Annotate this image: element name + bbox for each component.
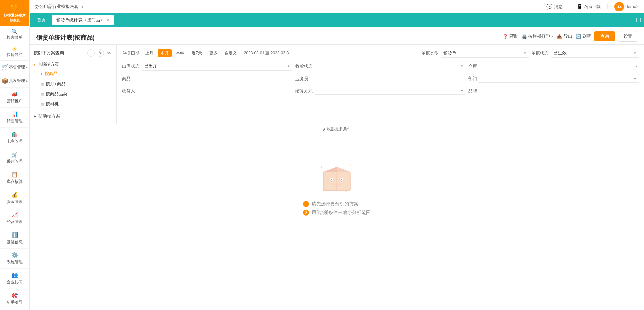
tab-sales-stats[interactable]: 销货单统计表（按商品） ×	[52, 15, 114, 25]
brand-input[interactable]	[478, 87, 633, 95]
scheme-add-btn[interactable]: +	[87, 49, 95, 57]
staff-input[interactable]	[310, 75, 460, 83]
receipt-status-arrow: ▾	[461, 64, 463, 68]
scheme-panel: 按以下方案查询 + ✎ ≪ ▾ 电脑端方案	[30, 45, 117, 124]
warehouse-label: 仓库	[468, 63, 478, 69]
sidebar-item-sales[interactable]: 📊 销售管理	[0, 108, 29, 128]
sidebar-item-marketing[interactable]: 📣 营销推广	[0, 88, 29, 108]
collapse-icon: ∧	[323, 127, 326, 132]
tab-home[interactable]: 首页	[32, 15, 50, 25]
dept-field: 部门 ▾	[468, 75, 639, 83]
sidebar-item-wholesale[interactable]: 📦 批发管理 ▴	[0, 74, 29, 88]
industry-dropdown-arrow[interactable]: ▾	[81, 4, 84, 9]
doc-type-field: 单据类型 销货单 ▾	[421, 49, 529, 58]
scheme-item-2[interactable]: ▤ 按商品品类	[30, 89, 116, 99]
query-btn[interactable]: 查询	[594, 31, 615, 41]
date-more-btn[interactable]: 更多	[206, 49, 220, 57]
app-download-icon: 📱	[577, 4, 583, 10]
divider2	[607, 4, 608, 9]
staff-more-btn[interactable]: ···	[461, 76, 466, 82]
svg-marker-3	[323, 167, 337, 172]
tab-minimize-btn[interactable]	[628, 17, 633, 23]
sidebar-item-basic-info[interactable]: ℹ️ 基础信息	[0, 228, 29, 249]
doc-status-dropdown[interactable]: 已生效 ▾	[551, 49, 639, 58]
date-custom-btn[interactable]: 自定义	[222, 49, 240, 57]
divider1	[570, 4, 570, 9]
goods-more-btn[interactable]: ···	[288, 76, 292, 82]
app-logo[interactable]: 🧡 畅捷通好生意 标准版	[0, 0, 29, 26]
date-year-btn[interactable]: 本年	[173, 49, 187, 57]
sidebar-item-inventory[interactable]: 📋 库存核算	[0, 168, 29, 188]
marketing-icon: 📣	[11, 91, 18, 97]
doc-type-dropdown[interactable]: 销货单 ▾	[441, 49, 529, 58]
goods-input[interactable]	[132, 75, 287, 83]
scheme-edit-btn[interactable]: ✎	[97, 49, 104, 57]
scheme-icons: + ✎ ≪	[87, 49, 112, 57]
sidebar-item-beginner[interactable]: 🎯 新手引导	[0, 289, 29, 309]
purchase-icon: 🛒	[11, 151, 18, 158]
wholesale-arrow: ▴	[26, 79, 28, 83]
date-7days-btn[interactable]: 近7天	[189, 49, 205, 57]
svg-marker-4	[337, 167, 350, 172]
svg-point-9	[341, 179, 342, 180]
empty-illustration: ✦ ✦ ✦	[317, 155, 357, 196]
date-prev-btn[interactable]: 上月	[142, 49, 156, 57]
payment-label: 结算方式	[295, 88, 315, 94]
stock-out-dropdown[interactable]: 已出库 ▾	[142, 62, 292, 71]
sidebar-item-system[interactable]: ⚙️ 系统管理	[0, 249, 29, 269]
tab-maximize-btn[interactable]	[636, 17, 641, 23]
scheme-item-icon-3: ▤	[40, 102, 44, 106]
dept-dropdown[interactable]: ▾	[478, 75, 639, 83]
brand-more-btn[interactable]: ···	[634, 88, 639, 94]
home-tab-label: 首页	[37, 17, 46, 23]
goods-field: 商品 ···	[122, 75, 292, 83]
logo-sub: 标准版	[2, 18, 27, 22]
recipient-more-btn[interactable]: ···	[288, 88, 292, 94]
tip-num-2: 2	[303, 210, 309, 216]
industry-name: 办公用品行业模拟账套	[35, 4, 78, 10]
sidebar-item-ecommerce[interactable]: 🛍️ 电商管理	[0, 128, 29, 148]
pc-category[interactable]: ▾ 电脑端方案	[30, 60, 116, 69]
scheme-collapse-btn[interactable]: ≪	[106, 49, 112, 57]
receipt-status-dropdown[interactable]: ▾	[315, 63, 466, 70]
user-profile-btn[interactable]: Ea demo2	[614, 2, 639, 11]
sidebar-item-operations[interactable]: 📈 经营管理	[0, 208, 29, 228]
filter-panel: 按以下方案查询 + ✎ ≪ ▾ 电脑端方案	[30, 45, 644, 124]
message-btn[interactable]: 💬 消息	[546, 4, 563, 10]
sidebar-item-quick-nav[interactable]: ⚡ 快捷导航	[0, 43, 29, 61]
collapse-bar[interactable]: ∧ 收起更多条件	[30, 124, 644, 134]
print-btn[interactable]: 🖨️ 按模板打印 ▾	[522, 33, 553, 39]
sidebar-item-enterprise[interactable]: 👥 企业协同	[0, 269, 29, 289]
export-btn[interactable]: 📤 导出	[557, 33, 572, 39]
settings-btn[interactable]: 设置	[619, 31, 637, 42]
sidebar-item-finance[interactable]: 💰 资金管理	[0, 188, 29, 208]
recipient-input[interactable]	[137, 87, 287, 95]
staff-field: 业务员 ···	[295, 75, 466, 83]
scheme-item-1[interactable]: ▤ 按月+商品	[30, 79, 116, 89]
scheme-item-3[interactable]: ▤ 按司机	[30, 99, 116, 109]
refresh-btn[interactable]: 🔄 刷新	[576, 33, 591, 39]
svg-rect-1	[637, 18, 641, 22]
sidebar-item-purchase[interactable]: 🛒 采购管理	[0, 148, 29, 168]
tab-close-icon[interactable]: ×	[107, 18, 109, 22]
app-download-btn[interactable]: 📱 App下载	[577, 4, 601, 10]
scheme-title: 按以下方案查询	[34, 50, 85, 56]
pc-cat-arrow: ▾	[34, 63, 35, 66]
empty-tips: 1 请先选择要分析的方案 2 用[过滤]条件来缩小分析范围	[303, 201, 371, 216]
date-cur-btn[interactable]: 本月	[158, 49, 172, 57]
sidebar-item-search-menu[interactable]: 🔍 搜索菜单	[0, 26, 29, 43]
scheme-item-0[interactable]: ● 按商品	[30, 69, 116, 79]
payment-dropdown[interactable]: ▾	[315, 87, 466, 95]
beginner-icon: 🎯	[11, 292, 18, 299]
mobile-category[interactable]: ▶ 移动端方案	[30, 112, 116, 120]
sidebar: 🧡 畅捷通好生意 标准版 🔍 搜索菜单 ⚡ 快捷导航 🛒 零售管理 ▾ 📦 批发…	[0, 0, 30, 310]
message-icon: 💬	[546, 4, 553, 10]
help-btn[interactable]: ❓ 帮助	[503, 33, 518, 39]
operations-icon: 📈	[11, 212, 18, 218]
dept-label: 部门	[468, 76, 478, 82]
sidebar-item-retail[interactable]: 🛒 零售管理 ▾	[0, 61, 29, 74]
wholesale-icon: 📦	[2, 78, 8, 84]
svg-rect-0	[629, 20, 633, 20]
warehouse-input[interactable]	[478, 62, 633, 70]
warehouse-more-btn[interactable]: ···	[634, 63, 639, 69]
